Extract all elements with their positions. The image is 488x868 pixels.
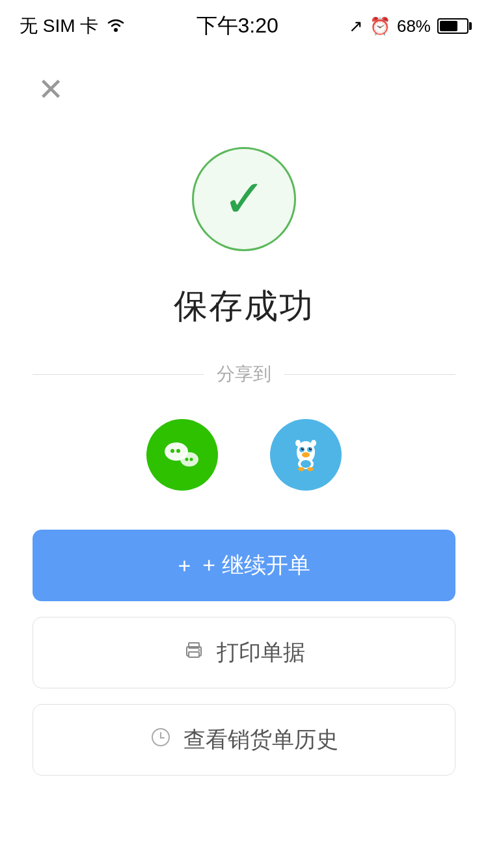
battery-percent: 68% — [397, 16, 431, 36]
wifi-icon — [106, 16, 126, 36]
history-icon — [150, 726, 172, 753]
status-right: ↗ ⏰ 68% — [349, 16, 468, 36]
svg-point-0 — [114, 28, 118, 32]
svg-point-4 — [180, 452, 198, 467]
qq-share-button[interactable] — [270, 419, 342, 491]
success-circle: ✓ — [192, 147, 296, 251]
continue-order-button[interactable]: + + 继续开单 — [33, 530, 455, 601]
svg-point-3 — [176, 449, 180, 453]
wechat-share-button[interactable] — [146, 419, 218, 491]
status-left: 无 SIM 卡 — [20, 14, 126, 38]
svg-point-13 — [310, 448, 312, 449]
success-section: ✓ 保存成功 — [33, 147, 455, 329]
print-icon — [183, 639, 205, 666]
checkmark-icon: ✓ — [223, 173, 266, 225]
history-button[interactable]: 查看销货单历史 — [33, 704, 455, 776]
close-icon: ✕ — [38, 74, 64, 105]
share-divider: 分享到 — [33, 362, 455, 387]
svg-point-24 — [198, 649, 200, 651]
svg-point-6 — [190, 458, 193, 461]
svg-point-16 — [311, 440, 316, 446]
history-label: 查看销货单历史 — [183, 725, 338, 755]
divider-right — [284, 374, 455, 375]
qq-icon — [286, 435, 325, 474]
svg-point-19 — [298, 467, 305, 471]
status-time: 下午3:20 — [197, 12, 278, 40]
success-title: 保存成功 — [174, 284, 314, 329]
continue-order-label: + 继续开单 — [202, 550, 310, 580]
battery-icon — [437, 18, 468, 34]
print-label: 打印单据 — [217, 638, 305, 668]
svg-point-2 — [170, 449, 174, 453]
share-label: 分享到 — [217, 362, 271, 387]
svg-point-20 — [307, 467, 314, 471]
status-bar: 无 SIM 卡 下午3:20 ↗ ⏰ 68% — [0, 0, 488, 52]
print-button[interactable]: 打印单据 — [33, 617, 455, 688]
share-icons — [33, 419, 455, 491]
main-content: ✕ ✓ 保存成功 分享到 — [0, 72, 488, 776]
svg-point-14 — [302, 452, 310, 457]
share-section: 分享到 — [33, 362, 455, 491]
no-sim-label: 无 SIM 卡 — [20, 14, 98, 38]
wechat-icon — [161, 433, 204, 476]
action-buttons: + + 继续开单 打印单据 查看销货单历史 — [33, 530, 455, 776]
svg-point-5 — [185, 458, 189, 461]
svg-rect-23 — [189, 652, 199, 657]
divider-left — [33, 374, 204, 375]
close-button[interactable]: ✕ — [33, 72, 69, 108]
location-icon: ↗ — [349, 16, 363, 36]
svg-point-18 — [301, 460, 311, 468]
svg-point-12 — [303, 448, 304, 449]
svg-point-15 — [295, 440, 301, 446]
alarm-icon: ⏰ — [370, 16, 390, 36]
plus-icon: + — [178, 553, 191, 578]
